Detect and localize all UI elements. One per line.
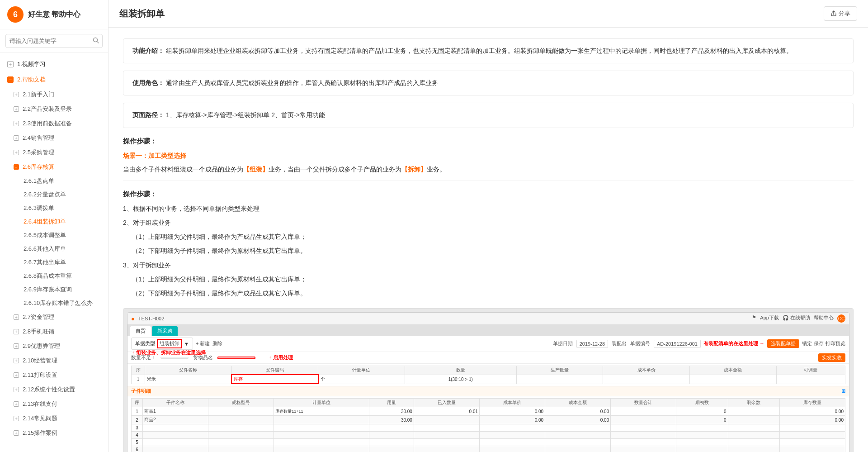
func-intro-block: 功能介绍： 组装拆卸单用来处理企业组装或拆卸等加工业务，支持有固定装配清单的产品… [123, 38, 854, 63]
path-label: 页面路径： [132, 111, 164, 119]
sidebar-item-label: 2.12系统个性化设置 [23, 385, 75, 394]
role-text: 通常由生产人员或库管人员完成拆装业务的操作，库管人员确认原材料的出库和产成品的入… [166, 79, 438, 86]
confirm-btn[interactable]: 实发实收 [818, 353, 845, 362]
expand-icon: + [14, 106, 19, 112]
expand-icon: + [7, 61, 14, 67]
sidebar-item-label: 2.2产品安装及登录 [23, 105, 72, 113]
step2-1: （1）上部明细为父件明细，最终作为产成品生成其它入库单； [123, 231, 854, 243]
expand-icon: + [14, 416, 19, 421]
path-block: 页面路径： 1、库存核算->库存管理->组装拆卸单 2、首页->常用功能 [123, 103, 854, 128]
sidebar-item-help-docs[interactable]: − 2.帮助文档 [0, 72, 108, 87]
sidebar-item-newbie[interactable]: + 2.1新手入门 [0, 87, 108, 102]
app-logo-icon: 6 [7, 6, 24, 23]
expand-icon: + [14, 387, 19, 392]
expand-icon: − [7, 76, 14, 83]
sidebar-item-label: 2.11打印设置 [23, 371, 57, 379]
qty-input[interactable] [160, 357, 189, 359]
sidebar-item-label: 2.3使用前数据准备 [23, 119, 72, 128]
svg-line-1 [97, 42, 99, 43]
annotation-bom: 有装配清单的在这里处理 → [703, 340, 764, 347]
sidebar-item-biz-mgmt[interactable]: + 2.10经营管理 [0, 353, 108, 368]
sidebar-item-inventory[interactable]: − 2.6库存核算 [0, 160, 108, 174]
sidebar-leaf-stock-fix[interactable]: 2.6.10库存账本错了怎么办 [0, 296, 108, 310]
expand-icon: + [14, 372, 19, 378]
sidebar-item-settings[interactable]: + 2.12系统个性化设置 [0, 382, 108, 397]
sidebar-item-faq[interactable]: + 2.14常见问题 [0, 411, 108, 426]
upper-table-area: 序 父件名称 父件编码 计量单位 数量 生产数量 成本单价 成本金额 可调量 [127, 364, 849, 386]
select-bom-btn[interactable]: 选装配单据 [767, 339, 799, 348]
sidebar-leaf-other-out[interactable]: 2.6.7其他出库单 [0, 256, 108, 269]
expand-icon: + [14, 329, 19, 334]
sidebar-item-coupon[interactable]: + 2.9优惠券管理 [0, 339, 108, 353]
annotation-assembly-select: ↑ 组装业务、拆卸业务在这里选择 [132, 349, 206, 356]
sidebar-item-label: 2.1新手入门 [23, 90, 54, 99]
step1: 1、根据不同的业务，选择不同单据的类型来处理 [123, 203, 854, 214]
sidebar-leaf-partial-stock[interactable]: 2.6.2分量盘点单 [0, 188, 108, 201]
goods-input[interactable] [217, 357, 255, 359]
step2: 2、对于组装业务 [123, 217, 854, 228]
sidebar-item-video-learning[interactable]: + 1.视频学习 [0, 57, 108, 72]
step2-2: （2）下部明细为子件明细，最终作为原材料生成其它出库单。 [123, 245, 854, 257]
sidebar-item-label: 2.8手机旺铺 [23, 328, 54, 336]
brand-name: 好生意 帮助中心 [28, 10, 80, 19]
sidebar-item-purchase[interactable]: + 2.5采购管理 [0, 145, 108, 160]
sidebar-leaf-cost-adj[interactable]: 2.6.5成本调整单 [0, 228, 108, 242]
search-input[interactable] [6, 35, 89, 47]
del-btn[interactable]: 删除 [212, 340, 222, 347]
tab-new-purchase[interactable]: 新采购 [152, 326, 178, 336]
logo-area: 6 好生意 帮助中心 [0, 0, 108, 29]
expand-icon: + [14, 343, 19, 349]
order-info: 单据日期 2019-12-28 装配出 单据编号 AD-20191226-001 [553, 340, 701, 348]
tab-zizhan[interactable]: 自贸 [130, 326, 151, 336]
role-block: 使用角色： 通常由生产人员或库管人员完成拆装业务的操作，库管人员确认原材料的出库… [123, 71, 854, 95]
sidebar-item-install[interactable]: + 2.2产品安装及登录 [0, 102, 108, 116]
expand-icon: + [14, 121, 19, 126]
screenshot-container: ● TEST-H002 ⚑App下载🎧 在线帮助帮助中心 CC 自贸 新采购 [123, 308, 854, 452]
sidebar-item-payment[interactable]: + 2.13在线支付 [0, 397, 108, 411]
expand-icon: + [14, 358, 19, 363]
step3-2: （2）下部明细为子件明细，最终作为产成品生成其它入库单。 [123, 288, 854, 299]
expand-icon: − [14, 164, 19, 170]
annotation-enable: ↑ 启用处理 [269, 354, 293, 361]
search-area [0, 29, 108, 53]
sidebar-leaf-other-in[interactable]: 2.6.6其他入库单 [0, 242, 108, 256]
sidebar-section-label: 1.视频学习 [17, 60, 46, 68]
sidebar-leaf-cost-recalc[interactable]: 2.6.8商品成本重算 [0, 269, 108, 283]
func-intro-text: 组装拆卸单用来处理企业组装或拆卸等加工业务，支持有固定装配清单的产品加工业务，也… [166, 47, 793, 54]
share-button[interactable]: 分享 [824, 6, 857, 21]
nav-section-2: − 2.帮助文档 + 2.1新手入门 + 2.2产品安装及登录 + 2.3使用前… [0, 72, 108, 440]
expand-icon: + [14, 314, 19, 320]
sidebar-item-label: 2.15操作案例 [23, 429, 57, 437]
doc-type-selector[interactable]: 单据类型 组装拆卸 ▼ [131, 338, 193, 350]
sidebar-item-label: 2.5采购管理 [23, 148, 54, 157]
main-content: 组装拆卸单 分享 功能介绍： 组装拆卸单用来处理企业组装或拆卸等加工业务，支持有… [108, 0, 868, 452]
func-intro-label: 功能介绍： [132, 47, 164, 54]
search-box[interactable] [5, 34, 103, 48]
expand-icon: + [14, 135, 19, 141]
sidebar-item-mobile[interactable]: + 2.8手机旺铺 [0, 324, 108, 339]
step3-1: （1）上部明细为父件明细，最终作为原材料生成其它出库单； [123, 274, 854, 285]
search-button[interactable] [89, 34, 103, 48]
sidebar-item-finance[interactable]: + 2.7资金管理 [0, 310, 108, 324]
sidebar-item-sales[interactable]: + 2.4销售管理 [0, 131, 108, 145]
expand-icon: + [14, 401, 19, 407]
company-name: TEST-H002 [138, 316, 164, 321]
scene1-desc: 当由多个子件材料组装成一个成品的业务为【组装】业务，当由一个父件拆分成多个子产品… [123, 164, 854, 175]
sidebar-item-cases[interactable]: + 2.15操作案例 [0, 426, 108, 440]
page-title: 组装拆卸单 [119, 8, 165, 20]
sidebar-item-data-prep[interactable]: + 2.3使用前数据准备 [0, 116, 108, 131]
step3: 3、对于拆卸业务 [123, 260, 854, 271]
new-btn[interactable]: + 新建 [196, 340, 210, 347]
sidebar-item-label: 2.6库存核算 [23, 163, 54, 171]
expand-icon-lower[interactable]: ⊞ [841, 388, 845, 394]
lower-section-label: 子件明细 [131, 388, 151, 395]
sidebar: 6 好生意 帮助中心 + 1.视频学习 − 2.帮助 [0, 0, 108, 452]
sidebar-leaf-stock-take[interactable]: 2.6.1盘点单 [0, 174, 108, 188]
op-steps-title: 操作步骤： [123, 137, 854, 146]
sidebar-leaf-transfer[interactable]: 2.6.3调拨单 [0, 201, 108, 215]
sidebar-item-label: 2.9优惠券管理 [23, 342, 60, 350]
expand-icon: + [14, 92, 19, 97]
sidebar-leaf-assembly[interactable]: 2.6.4组装拆卸单 [0, 215, 108, 228]
sidebar-leaf-stock-query[interactable]: 2.6.9库存账本查询 [0, 283, 108, 296]
sidebar-item-print[interactable]: + 2.11打印设置 [0, 368, 108, 382]
